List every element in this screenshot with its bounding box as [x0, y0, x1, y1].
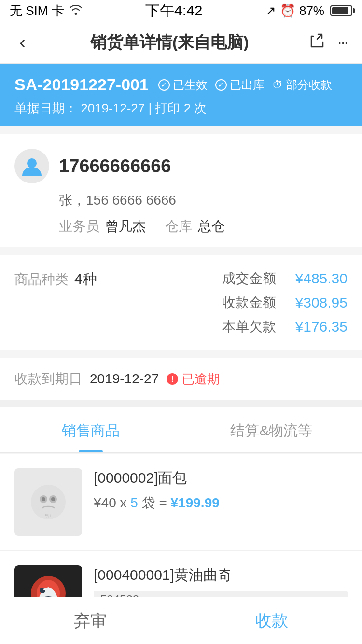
nav-bar: ‹ 销货单详情(来自电脑) ···	[0, 21, 362, 64]
check-icon-2: ✓	[215, 79, 227, 91]
clock-icon: ⏱	[272, 79, 283, 91]
product-item: 昆+ [0000002]面包 ¥40 x 5 袋 = ¥199.99	[0, 454, 362, 551]
badge-activated: ✓ 已生效	[158, 77, 208, 93]
svg-text:昆+: 昆+	[44, 513, 52, 518]
badge-partial: ⏱ 部分收款	[272, 77, 332, 93]
order-id: SA-20191227-001	[14, 75, 149, 94]
order-meta-label: 单据日期：	[14, 101, 77, 115]
product-price-1: ¥40	[94, 495, 116, 510]
check-icon-1: ✓	[158, 79, 170, 91]
overdue-badge: ! 已逾期	[167, 371, 220, 388]
product-placeholder-1: 昆+	[14, 468, 82, 536]
price-sep-1: x	[120, 495, 131, 510]
product-type-row: 商品种类 4种	[14, 269, 97, 289]
status-badges: ✓ 已生效 ✓ 已出库 ⏱ 部分收款	[158, 77, 332, 93]
alarm-icon: ⏰	[280, 3, 295, 18]
product-name-2: [000400001]黄油曲奇	[94, 565, 348, 585]
nav-actions: ···	[308, 31, 348, 53]
status-left: 无 SIM 卡	[10, 2, 83, 19]
badge-shipped: ✓ 已出库	[215, 77, 265, 93]
page-title: 销货单详情(来自电脑)	[90, 31, 249, 54]
staff-name: 曾凡杰	[105, 217, 146, 236]
wifi-icon	[69, 3, 83, 18]
warehouse-label: 仓库	[165, 217, 192, 236]
received-value: ¥308.95	[295, 294, 348, 311]
product-info-1: [0000002]面包 ¥40 x 5 袋 = ¥199.99	[94, 468, 348, 512]
order-header-top: SA-20191227-001 ✓ 已生效 ✓ 已出库 ⏱ 部分收款	[14, 75, 348, 94]
more-button[interactable]: ···	[337, 33, 348, 51]
order-meta: 单据日期： 2019-12-27 | 打印 2 次	[14, 100, 348, 117]
tab-settlement[interactable]: 结算&物流等	[181, 407, 362, 452]
received-label: 收款金额	[222, 294, 276, 312]
product-image-1: 昆+	[14, 468, 82, 536]
due-section: 收款到期日 2019-12-27 ! 已逾期	[0, 358, 362, 400]
warehouse-name: 总仓	[198, 217, 225, 236]
warehouse-info: 仓库 总仓	[165, 217, 225, 236]
order-header: SA-20191227-001 ✓ 已生效 ✓ 已出库 ⏱ 部分收款 单据日期：…	[0, 64, 362, 126]
battery-icon	[330, 5, 352, 16]
no-sim-text: 无 SIM 卡	[10, 2, 64, 19]
location-icon: ↗	[265, 3, 276, 18]
badge-partial-label: 部分收款	[286, 77, 332, 93]
stats-left: 商品种类 4种	[14, 269, 97, 289]
staff-info: 业务员 曾凡杰	[59, 217, 146, 236]
product-unit-1: 袋	[142, 495, 155, 510]
customer-name-phone: 张，156 6666 6666	[14, 191, 348, 210]
customer-info: 17666666666	[14, 149, 348, 183]
customer-phone: 17666666666	[59, 156, 171, 177]
overdue-text: 已逾期	[182, 371, 220, 388]
product-price-row-1: ¥40 x 5 袋 = ¥199.99	[94, 494, 348, 512]
svg-point-11	[43, 588, 45, 590]
deal-label: 成交金额	[222, 269, 276, 288]
received-amount-row: 收款金额 ¥308.95	[222, 294, 348, 312]
bottom-bar: 弃审 收款	[0, 597, 362, 644]
stats-section: 商品种类 4种 成交金额 ¥485.30 收款金额 ¥308.95 本单欠款 ¥…	[0, 255, 362, 350]
tabs: 销售商品 结算&物流等	[0, 407, 362, 453]
confirm-button[interactable]: 收款	[181, 600, 362, 642]
customer-detail-row: 业务员 曾凡杰 仓库 总仓	[14, 217, 348, 236]
debt-label: 本单欠款	[222, 318, 276, 336]
battery-text: 87%	[299, 3, 324, 18]
share-button[interactable]	[308, 31, 326, 53]
stats-right: 成交金额 ¥485.30 收款金额 ¥308.95 本单欠款 ¥176.35	[222, 269, 348, 336]
tab-settlement-label: 结算&物流等	[230, 422, 312, 438]
tab-sales-products[interactable]: 销售商品	[0, 407, 181, 452]
svg-point-5	[51, 497, 55, 501]
order-meta-print: | 打印 2 次	[148, 101, 207, 115]
product-total-1: ¥199.99	[171, 495, 220, 510]
tab-sales-label: 销售商品	[62, 422, 120, 438]
cancel-button[interactable]: 弃审	[0, 600, 181, 642]
type-label: 商品种类	[14, 270, 69, 289]
status-bar: 无 SIM 卡 下午4:42 ↗ ⏰ 87%	[0, 0, 362, 21]
section-divider	[0, 400, 362, 407]
debt-amount-row: 本单欠款 ¥176.35	[222, 318, 348, 336]
back-button[interactable]: ‹	[14, 27, 30, 58]
due-label: 收款到期日	[14, 370, 82, 388]
equals-1: =	[159, 495, 170, 510]
badge-activated-label: 已生效	[173, 77, 208, 93]
product-qty-1: 5	[130, 495, 138, 510]
overdue-icon: !	[167, 373, 178, 385]
confirm-label: 收款	[255, 611, 288, 630]
svg-point-0	[27, 158, 37, 168]
type-value: 4种	[74, 269, 97, 289]
status-time: 下午4:42	[145, 1, 202, 21]
deal-value: ¥485.30	[295, 270, 348, 287]
cancel-label: 弃审	[74, 611, 107, 630]
customer-section: 17666666666 张，156 6666 6666 业务员 曾凡杰 仓库 总…	[0, 134, 362, 247]
badge-shipped-label: 已出库	[230, 77, 265, 93]
due-date: 2019-12-27	[90, 371, 159, 387]
avatar	[14, 149, 49, 183]
staff-label: 业务员	[59, 217, 99, 236]
svg-point-10	[40, 588, 45, 593]
svg-point-4	[42, 497, 45, 501]
status-right: ↗ ⏰ 87%	[265, 3, 352, 18]
product-name-1: [0000002]面包	[94, 468, 348, 488]
deal-amount-row: 成交金额 ¥485.30	[222, 269, 348, 288]
order-meta-date: 2019-12-27	[81, 101, 145, 115]
debt-value: ¥176.35	[295, 319, 348, 335]
